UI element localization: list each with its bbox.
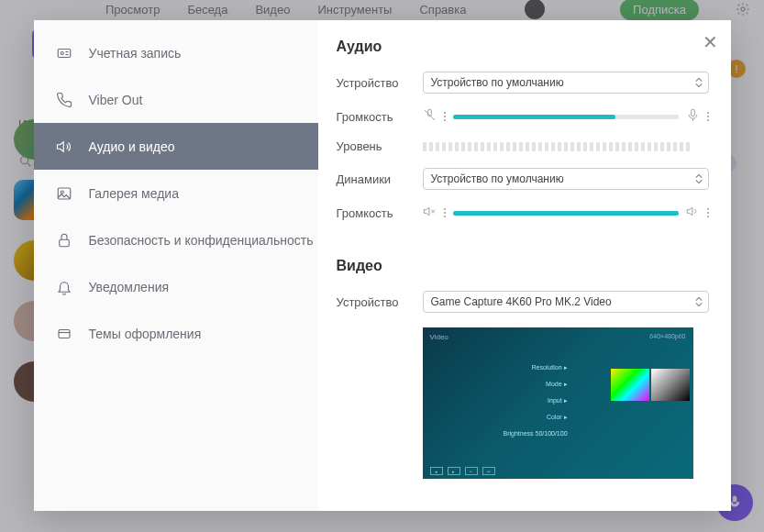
menu-icon[interactable] xyxy=(707,208,709,217)
menu-icon[interactable] xyxy=(444,112,446,121)
select-value: Устройство по умолчанию xyxy=(431,172,564,185)
settings-sidebar: Учетная запись Viber Out Аудио и видео Г… xyxy=(34,20,318,511)
svg-rect-9 xyxy=(59,239,69,247)
video-preview: Video 640×480p60 Resolution ▸Mode ▸Input… xyxy=(423,327,693,479)
preview-menu: Resolution ▸Mode ▸Input ▸Color ▸Brightne… xyxy=(504,360,568,442)
label-level: Уровень xyxy=(337,139,423,153)
sidebar-item-themes[interactable]: Темы оформления xyxy=(34,310,318,357)
sidebar-item-label: Темы оформления xyxy=(89,327,202,341)
label-mic-volume: Громкость xyxy=(337,110,423,124)
chevron-updown-icon xyxy=(695,78,703,88)
sidebar-item-viberout[interactable]: Viber Out xyxy=(34,76,318,123)
mic-volume-slider[interactable] xyxy=(453,115,679,119)
preview-label: Video xyxy=(430,333,448,341)
section-video-title: Видео xyxy=(337,258,709,274)
slider-fill xyxy=(453,115,615,119)
label-speakers: Динамики xyxy=(337,172,423,186)
svg-rect-3 xyxy=(58,49,71,57)
gray-swatch xyxy=(651,369,690,401)
speakers-select[interactable]: Устройство по умолчанию xyxy=(423,168,709,190)
phone-icon xyxy=(56,92,72,108)
color-swatch xyxy=(611,369,649,401)
sidebar-item-label: Безопасность и конфиденциальность xyxy=(89,233,314,248)
input-level-meter xyxy=(423,142,709,151)
chevron-updown-icon xyxy=(695,174,703,184)
settings-modal: ✕ Учетная запись Viber Out Аудио и видео… xyxy=(34,20,731,511)
sidebar-item-label: Viber Out xyxy=(89,93,143,107)
menu-icon[interactable] xyxy=(707,112,709,121)
speaker-muted-icon[interactable] xyxy=(423,205,437,221)
close-button[interactable]: ✕ xyxy=(703,31,718,53)
svg-point-8 xyxy=(61,191,63,194)
speaker-volume-slider[interactable] xyxy=(453,211,679,216)
svg-point-4 xyxy=(61,51,63,54)
bell-icon xyxy=(56,279,72,295)
sidebar-item-label: Аудио и видео xyxy=(89,139,175,154)
speaker-icon[interactable] xyxy=(686,205,700,221)
mic-muted-icon[interactable] xyxy=(423,108,437,125)
sidebar-item-label: Учетная запись xyxy=(89,46,182,61)
theme-icon xyxy=(56,326,72,342)
audio-device-select[interactable]: Устройство по умолчанию xyxy=(423,72,709,94)
sidebar-item-label: Галерея медиа xyxy=(89,186,179,201)
select-value: Game Capture 4K60 Pro MK.2 Video xyxy=(431,295,612,308)
sidebar-item-privacy[interactable]: Безопасность и конфиденциальность xyxy=(34,216,318,263)
label-audio-device: Устройство xyxy=(337,76,423,90)
image-icon xyxy=(56,185,72,202)
settings-content: Аудио Устройство Устройство по умолчанию… xyxy=(318,20,731,511)
select-value: Устройство по умолчанию xyxy=(431,76,564,89)
lock-icon xyxy=(56,232,72,249)
section-audio-title: Аудио xyxy=(337,39,709,55)
modal-overlay: ✕ Учетная запись Viber Out Аудио и видео… xyxy=(0,0,764,532)
svg-rect-10 xyxy=(59,329,70,338)
sidebar-item-notifications[interactable]: Уведомления xyxy=(34,263,318,310)
preview-info: 640×480p60 xyxy=(649,333,685,339)
speaker-icon xyxy=(56,139,72,155)
sidebar-item-account[interactable]: Учетная запись xyxy=(34,29,318,76)
slider-fill xyxy=(453,211,679,216)
svg-line-12 xyxy=(424,110,434,120)
mic-icon[interactable] xyxy=(686,108,700,125)
label-speaker-volume: Громкость xyxy=(337,206,423,220)
video-device-select[interactable]: Game Capture 4K60 Pro MK.2 Video xyxy=(423,291,709,313)
menu-icon[interactable] xyxy=(444,208,446,217)
label-video-device: Устройство xyxy=(337,295,423,309)
sidebar-item-media[interactable]: Галерея медиа xyxy=(34,170,318,216)
chevron-updown-icon xyxy=(695,297,703,307)
sidebar-item-av[interactable]: Аудио и видео xyxy=(34,123,318,170)
preview-buttons: ◂▸▪↵ xyxy=(430,467,495,475)
sidebar-item-label: Уведомления xyxy=(89,280,170,294)
id-card-icon xyxy=(56,45,72,61)
